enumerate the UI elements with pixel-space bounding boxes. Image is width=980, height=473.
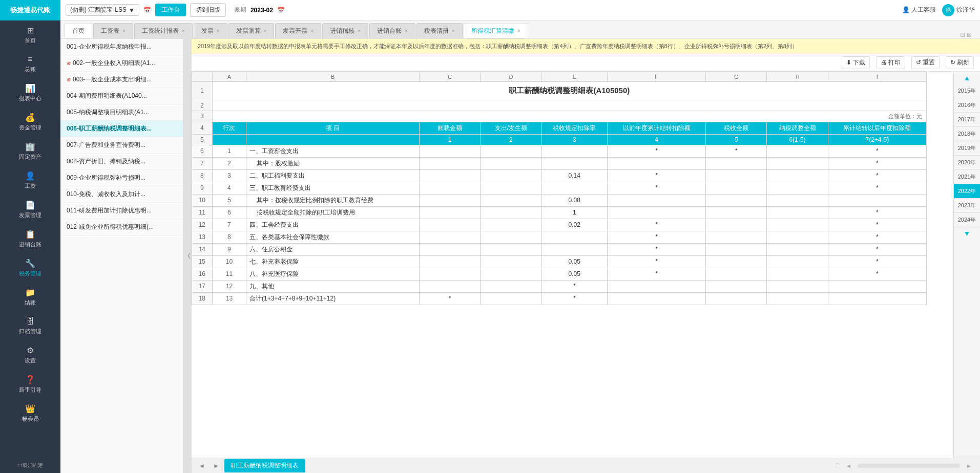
tab-invoice-calc-close[interactable]: ×: [264, 28, 267, 34]
sidebar: 畅捷通易代账 ⊞ 首页 ≡ 总账 📊 报表中心 💰 资金管理 🏢 固定资产 👤 …: [0, 0, 60, 473]
reset-button[interactable]: ↺ 重置: [911, 56, 940, 69]
tab-check-close[interactable]: ×: [358, 28, 361, 34]
form-item-007[interactable]: 007-广告费和业务宣传费明...: [60, 137, 183, 154]
download-button[interactable]: ⬇ 下载: [842, 56, 870, 69]
tab-check[interactable]: 进销稽核 ×: [322, 23, 368, 38]
sidebar-label-report: 报表中心: [19, 95, 41, 102]
support-link[interactable]: 👤 人工客服: [902, 6, 936, 14]
tab-payroll-stats[interactable]: 工资统计报表 ×: [134, 23, 193, 38]
sidebar-item-payroll[interactable]: 👤 工资: [0, 166, 60, 195]
sidebar-label-payroll: 工资: [25, 182, 36, 190]
sidebar-item-close[interactable]: 📁 结账: [0, 283, 60, 312]
form-item-011[interactable]: 011-研发费用加计扣除优惠明...: [60, 203, 183, 219]
col-letter-C: C: [419, 72, 480, 81]
switch-old-button[interactable]: 切到旧版: [190, 3, 226, 17]
tab-ledger[interactable]: 进销台账 ×: [369, 23, 415, 38]
tab-invoice-open-close[interactable]: ×: [310, 28, 314, 34]
form-item-008[interactable]: 008-资产折旧、摊销及纳税...: [60, 154, 183, 170]
print-button[interactable]: 🖨 打印: [876, 56, 905, 69]
avatar-icon: 徐: [942, 4, 954, 16]
refresh-button[interactable]: ↻ 刷新: [946, 56, 974, 69]
col-letter-E: E: [541, 72, 608, 81]
year-nav-down[interactable]: ▼: [962, 227, 973, 240]
year-2021[interactable]: 2021年: [954, 170, 980, 184]
company-selector[interactable]: (勿删) 江西皖宝-LSS ▼: [66, 4, 139, 16]
year-2024[interactable]: 2024年: [954, 213, 980, 227]
tab-payroll[interactable]: 工资表 ×: [93, 23, 133, 38]
year-2015[interactable]: 2015年: [954, 84, 980, 98]
tab-ledger-close[interactable]: ×: [405, 28, 408, 34]
refresh-icon: ↻: [950, 59, 955, 66]
col-letter-H: H: [767, 72, 828, 81]
tab-home-label: 首页: [72, 27, 85, 35]
data-row-6: 6 1 一、工资薪金支出 * * *: [192, 145, 927, 157]
workspace-button[interactable]: 工作台: [155, 4, 186, 16]
form-item-010-label: 010-免税、减收收入及加计...: [67, 190, 145, 199]
form-item-006[interactable]: 006-职工薪酬纳税调整明细表...: [60, 121, 183, 137]
form-item-011-label: 011-研发费用加计扣除优惠明...: [67, 206, 152, 215]
year-nav-up[interactable]: ▲: [962, 72, 973, 84]
tab-tax-form[interactable]: 税表清册 ×: [416, 23, 463, 38]
sidebar-item-home[interactable]: ⊞ 首页: [0, 20, 60, 50]
collapse-button[interactable]: 《: [183, 39, 192, 473]
period-edit-icon[interactable]: 📅: [277, 7, 285, 14]
form-item-010[interactable]: 010-免税、减收收入及加计...: [60, 186, 183, 203]
data-row-11: 11 6 按税收规定全额扣除的职工培训费用 1 *: [192, 206, 927, 219]
tab-invoice-open[interactable]: 发票开票 ×: [275, 23, 321, 38]
sidebar-item-finance[interactable]: 💰 资金管理: [0, 107, 60, 137]
form-item-004[interactable]: 004-期间费用明细表(A1040...: [60, 88, 183, 104]
col-letter-A: A: [212, 72, 246, 81]
sheet-nav-left[interactable]: ◄: [196, 462, 208, 469]
sidebar-label-finance: 资金管理: [19, 124, 41, 132]
year-2023[interactable]: 2023年: [954, 199, 980, 213]
form-item-003[interactable]: ⊗ 003-一般企业成本支出明细...: [60, 72, 183, 88]
form-item-001[interactable]: 001-企业所得税年度纳税申报...: [60, 39, 183, 55]
tab-income-tax[interactable]: 所得税汇算清缴 ×: [464, 23, 528, 38]
sidebar-item-member[interactable]: 👑 畅会员: [0, 399, 60, 428]
sidebar-item-report[interactable]: 📊 报表中心: [0, 78, 60, 107]
col-head-adj: 纳税调整全额: [767, 122, 828, 134]
sheet-scroll-right[interactable]: ►: [962, 463, 976, 469]
year-2018[interactable]: 2018年: [954, 127, 980, 141]
sidebar-item-settings[interactable]: ⚙ 设置: [0, 340, 60, 370]
tab-invoice-calc[interactable]: 发票测算 ×: [228, 23, 275, 38]
row-3-num: 3: [192, 111, 213, 122]
year-2016[interactable]: 2016年: [954, 98, 980, 113]
unpin-button[interactable]: ↑↑取消固定: [0, 458, 60, 473]
form-item-012[interactable]: 012-减免企业所得税优惠明细(...: [60, 219, 183, 235]
form-item-005[interactable]: 005-纳税调整项目明细表(A1...: [60, 104, 183, 121]
tab-invoice[interactable]: 发票 ×: [194, 23, 227, 38]
right-panel: 2019年度涉及取以前年度结转数据的申报表单元格需要手工修改正确，才能保证本年及…: [192, 39, 980, 473]
tab-tax-form-close[interactable]: ×: [452, 28, 455, 34]
year-2022[interactable]: 2022年: [954, 184, 980, 199]
tab-payroll-close[interactable]: ×: [122, 28, 126, 34]
sheet-scrollbar[interactable]: [858, 464, 960, 468]
sheet-tab-main[interactable]: 职工薪酬纳税调整明细表: [224, 459, 305, 472]
sidebar-label-ledger: 总账: [25, 66, 36, 73]
data-row-12: 12 7 四、工会经费支出 0.02 * *: [192, 219, 927, 231]
form-item-002[interactable]: ⊗ 002-一般企业收入明细表(A1...: [60, 55, 183, 72]
user-info[interactable]: 徐 徐泽华: [942, 4, 975, 16]
sidebar-item-ledger[interactable]: ≡ 总账: [0, 50, 60, 78]
form-item-009[interactable]: 009-企业所得税弥补亏损明...: [60, 170, 183, 186]
sheet-options[interactable]: ⋮: [834, 462, 840, 469]
tab-payroll-stats-close[interactable]: ×: [182, 28, 185, 34]
sidebar-item-tax[interactable]: 🔧 税务管理: [0, 253, 60, 283]
ledger-icon: ≡: [28, 55, 32, 64]
sidebar-item-invoice[interactable]: 📄 发票管理: [0, 195, 60, 224]
tab-home[interactable]: 首页: [65, 23, 92, 38]
sidebar-item-assets[interactable]: 🏢 固定资产: [0, 137, 60, 166]
tab-income-tax-close[interactable]: ×: [517, 28, 520, 34]
form-item-002-label: 002-一般企业收入明细表(A1...: [73, 59, 155, 68]
year-2020[interactable]: 2020年: [954, 156, 980, 170]
year-2019[interactable]: 2019年: [954, 141, 980, 156]
sidebar-item-purchase[interactable]: 📋 进销台账: [0, 224, 60, 253]
row-2-num: 2: [192, 100, 213, 111]
sidebar-item-guide[interactable]: ❓ 新手引导: [0, 370, 60, 399]
sidebar-item-archive[interactable]: 🗄 归档管理: [0, 312, 60, 340]
tab-window-controls[interactable]: ⊟ ⊠: [956, 31, 976, 38]
year-2017[interactable]: 2017年: [954, 113, 980, 127]
tab-invoice-close[interactable]: ×: [217, 28, 220, 34]
sheet-nav-right[interactable]: ►: [210, 462, 222, 469]
sheet-scroll-left[interactable]: ◄: [842, 463, 856, 469]
